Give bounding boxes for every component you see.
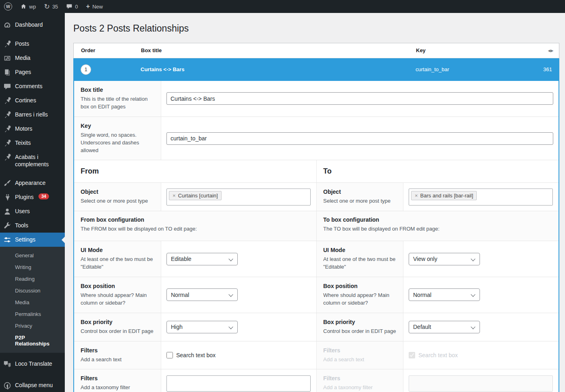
filters-search-from-label-cell: Filters Add a search text	[74, 341, 161, 369]
box-position-label: Box position	[81, 283, 154, 289]
box-position-help: Where should appear? Main column or side…	[323, 292, 397, 307]
sidebar-item-label: Comments	[15, 83, 43, 90]
admin-sidebar: Dashboard Posts Media Pages Comments Cor…	[0, 13, 65, 392]
object-to-tag[interactable]: × Bars and rails [bar-rail]	[411, 191, 477, 200]
order-column-header[interactable]: Order	[74, 47, 141, 53]
filters-label: Filters	[81, 347, 154, 354]
to-box-configuration-label: To box configuration	[323, 216, 552, 223]
order-badge: 1	[81, 64, 91, 75]
comments-link[interactable]: 0	[62, 0, 82, 13]
sidebar-item-comments[interactable]: Comments	[0, 79, 65, 93]
pin-icon	[3, 40, 11, 48]
submenu-item-media[interactable]: Media	[0, 297, 65, 308]
search-text-box-option-to: Search text box	[409, 352, 458, 358]
sidebar-item-plugins[interactable]: Plugins 34	[0, 190, 65, 204]
box-priority-to-value: Default	[413, 324, 431, 330]
new-content-link[interactable]: + New	[82, 0, 107, 13]
submenu-item-writing[interactable]: Writing	[0, 261, 65, 273]
sidebar-item-label: Settings	[15, 236, 36, 243]
filters-taxonomy-to-label-cell: Filters Add a taxonomy filter	[316, 369, 403, 392]
users-icon	[3, 208, 11, 215]
remove-tag-icon[interactable]: ×	[173, 193, 176, 198]
pin-icon	[3, 153, 11, 161]
ui-mode-help: At least one of the two must be "Editabl…	[323, 256, 397, 271]
submenu-item-privacy[interactable]: Privacy	[0, 320, 65, 332]
box-title-column-header[interactable]: Box title	[141, 47, 416, 53]
tools-icon	[3, 222, 11, 229]
sidebar-item-label: Users	[15, 208, 30, 215]
key-column-header[interactable]: Key	[416, 47, 539, 53]
ui-mode-to-select[interactable]: View only	[409, 253, 480, 265]
sidebar-item-tools[interactable]: Tools	[0, 218, 65, 233]
filters-search-to-label-cell: Filters Add a search text	[316, 341, 403, 369]
search-text-box-option-from[interactable]: Search text box	[166, 352, 215, 358]
sidebar-item-media[interactable]: Media	[0, 51, 65, 65]
sidebar-item-settings[interactable]: Settings	[0, 233, 65, 247]
sidebar-item-cortines[interactable]: Cortines	[0, 93, 65, 108]
sidebar-item-appearance[interactable]: Appearance	[0, 176, 65, 190]
box-position-label: Box position	[323, 283, 397, 289]
relationship-title-link[interactable]: Curtains <-> Bars	[141, 66, 416, 72]
box-priority-from-label-cell: Box priority Control box order in EDIT p…	[74, 313, 161, 341]
filters-taxonomy-row: Filters Add a taxonomy filter Filters Ad…	[74, 369, 559, 392]
object-from-field-cell: × Curtains [curtain]	[161, 183, 316, 211]
box-position-row: Box position Where should appear? Main c…	[74, 277, 559, 313]
sidebar-item-users[interactable]: Users	[0, 204, 65, 218]
sidebar-item-label: Media	[15, 54, 30, 61]
remove-tag-icon[interactable]: ×	[415, 193, 418, 198]
wordpress-menu[interactable]: W	[0, 0, 16, 13]
key-row: Key Single word, no spaces. Underscores …	[74, 117, 559, 160]
object-from-label-cell: Object Select one or more post type	[74, 183, 161, 211]
filters-label: Filters	[81, 375, 154, 381]
media-icon	[3, 54, 11, 62]
search-text-box-checkbox-from[interactable]	[166, 352, 173, 358]
sidebar-item-pages[interactable]: Pages	[0, 65, 65, 79]
box-title-label-cell: Box title This is the title of the relat…	[74, 81, 161, 117]
submenu-item-permalinks[interactable]: Permalinks	[0, 308, 65, 320]
relationship-row-curtains-bars[interactable]: 1 Curtains <-> Bars curtain_to_bar 361	[73, 58, 559, 81]
filters-search-help: Add a search text	[81, 356, 154, 364]
updates-link[interactable]: ↻ 35	[40, 0, 62, 13]
sidebar-item-label: Teixits	[15, 139, 31, 146]
ui-mode-from-select[interactable]: Editable	[166, 253, 238, 265]
collapse-menu-button[interactable]: Collapse menu	[0, 378, 65, 392]
site-name-link[interactable]: wp	[16, 0, 40, 13]
sidebar-item-barres-i-riells[interactable]: Barres i riells	[0, 108, 65, 122]
sidebar-item-posts[interactable]: Posts	[0, 37, 65, 51]
submenu-item-general[interactable]: General	[0, 250, 65, 261]
box-priority-from-select[interactable]: High	[166, 321, 238, 333]
key-label: Key	[81, 123, 154, 129]
sidebar-item-label: Motors	[15, 125, 32, 132]
object-to-multiselect[interactable]: × Bars and rails [bar-rail]	[409, 189, 553, 206]
key-input[interactable]	[166, 132, 553, 145]
sidebar-item-teixits[interactable]: Teixits	[0, 136, 65, 150]
box-position-from-select[interactable]: Normal	[166, 288, 238, 301]
taxonomy-filter-input-from[interactable]	[166, 375, 311, 392]
sidebar-item-label: Collapse menu	[15, 381, 53, 389]
box-priority-to-select[interactable]: Default	[409, 321, 480, 333]
box-priority-to-label-cell: Box priority Control box order in EDIT p…	[316, 313, 403, 341]
sidebar-item-dashboard[interactable]: Dashboard	[0, 18, 65, 32]
sidebar-item-motors[interactable]: Motors	[0, 122, 65, 136]
submenu-item-p2p-relationships[interactable]: P2P Relationships	[0, 332, 65, 350]
menu-separator	[0, 32, 65, 37]
arrow-right-icon: ▸	[551, 48, 553, 53]
submenu-item-reading[interactable]: Reading	[0, 273, 65, 285]
search-text-box-label: Search text box	[176, 352, 215, 358]
updates-icon: ↻	[44, 3, 50, 10]
sidebar-item-label: Appearance	[15, 179, 46, 186]
column-toggle-handle[interactable]: ◂ ▸	[539, 48, 559, 53]
pin-icon	[3, 139, 11, 147]
submenu-item-discussion[interactable]: Discussion	[0, 285, 65, 297]
sidebar-item-loco-translate[interactable]: Loco Translate	[0, 357, 65, 371]
ui-mode-from-value: Editable	[171, 256, 192, 262]
object-from-tag[interactable]: × Curtains [curtain]	[169, 191, 222, 200]
key-help: Single word, no spaces. Underscores and …	[81, 131, 154, 155]
sidebar-item-acabats-i-complements[interactable]: Acabats i complements	[0, 150, 65, 171]
box-position-to-select[interactable]: Normal	[409, 288, 480, 301]
object-from-multiselect[interactable]: × Curtains [curtain]	[166, 189, 311, 206]
object-row: Object Select one or more post type × Cu…	[74, 182, 559, 211]
box-title-input[interactable]	[166, 92, 553, 105]
box-position-from-field-cell: Normal	[161, 277, 316, 313]
box-title-help: This is the title of the relation box on…	[81, 95, 154, 111]
